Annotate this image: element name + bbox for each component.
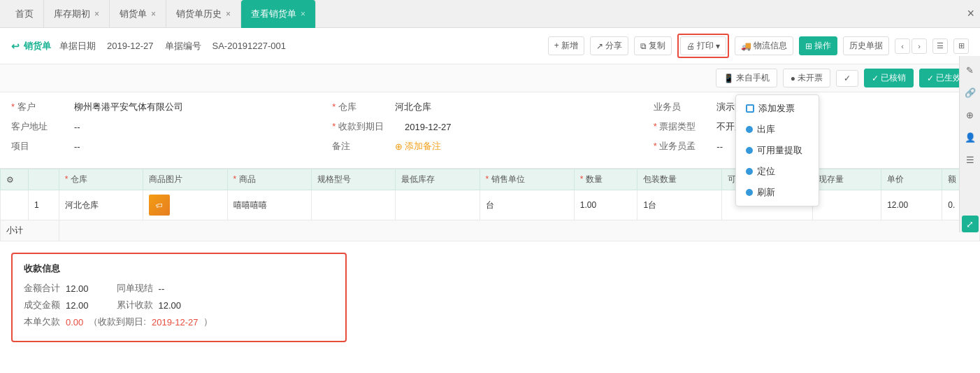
product-thumbnail: 🏷 [149, 195, 170, 216]
col-current-stock: 现存量 [813, 169, 881, 190]
row-warehouse: 河北仓库 [59, 190, 143, 220]
transaction-label: 成交金额 [24, 299, 60, 311]
address-group: 客户地址 -- [11, 120, 326, 133]
col-settings[interactable]: ⚙ [1, 169, 29, 190]
available-qty-icon [746, 147, 753, 154]
add-invoice-item[interactable]: 添加发票 [736, 98, 819, 119]
total-value: 12.00 [66, 283, 89, 294]
tab-sales-order[interactable]: 销货单 × [110, 0, 166, 28]
date-value: 2019-12-27 [107, 41, 154, 51]
staff-label: 业务员 [654, 101, 696, 113]
copy-label: 复制 [649, 40, 665, 52]
from-phone-icon: 📱 [723, 73, 734, 83]
not-opened-button[interactable]: ● 未开票 [783, 69, 830, 87]
note-group: 备注 ⊕ 添加备注 [332, 140, 647, 153]
print-button[interactable]: 🖨 打印 ▾ [680, 36, 726, 55]
row-unit-price: 12.00 [881, 190, 942, 220]
project-row: 项目 -- 备注 ⊕ 添加备注 业务员孟 -- [11, 140, 969, 153]
note-label: 备注 [332, 140, 374, 153]
new-button[interactable]: + 新增 [548, 36, 584, 55]
tab-view-sales[interactable]: 查看销货单 × [241, 0, 316, 28]
col-unit: 销售单位 [480, 169, 574, 190]
doc-icon-title: ↩ 销货单 [11, 40, 51, 52]
tab-sales-history[interactable]: 销货单历史 × [166, 0, 241, 28]
outbound-item[interactable]: 出库 [736, 119, 819, 140]
next-button[interactable]: › [911, 38, 927, 54]
row-image: 🏷 [143, 190, 227, 220]
expand-icon[interactable]: ⤢ [962, 216, 979, 232]
add-note-button[interactable]: ⊕ 添加备注 [395, 140, 441, 153]
print-label: 打印 [697, 40, 714, 52]
prev-button[interactable]: ‹ [895, 38, 910, 54]
same-order-item: 同单现结 -- [117, 282, 165, 295]
print-icon: 🖨 [686, 41, 695, 51]
tab-home[interactable]: 首页 [6, 0, 44, 28]
refresh-item[interactable]: 刷新 [736, 182, 819, 203]
operations-label: 操作 [814, 40, 831, 52]
grid-view-button[interactable]: ⊞ [953, 38, 969, 54]
history-label: 历史单据 [849, 40, 883, 52]
check-icon-button[interactable]: ✓ [836, 70, 858, 87]
date-label: 单据日期 [59, 40, 96, 52]
logistics-button[interactable]: 🚚 物流信息 [735, 36, 793, 55]
payment-row-3: 本单欠款 0.00 （收款到期日: 2019-12-27 ） [24, 316, 334, 328]
circle-plus-icon[interactable]: ⊕ [962, 106, 979, 123]
copy-button[interactable]: ⧉ 复制 [634, 36, 672, 55]
transaction-item: 成交金额 12.00 [24, 299, 89, 311]
tab-view-close[interactable]: × [301, 9, 305, 19]
logistics-icon: 🚚 [741, 41, 751, 51]
row-product: 嘻嘻嘻嘻 [227, 190, 311, 220]
location-label: 定位 [757, 165, 775, 178]
already-sold-button[interactable]: ✓ 已核销 [864, 69, 914, 87]
link-icon[interactable]: 🔗 [962, 84, 979, 101]
operations-dropdown: 添加发票 出库 可用量提取 定位 刷新 [735, 94, 819, 206]
row-num: 1 [29, 190, 59, 220]
customer-label: 客户 [11, 101, 53, 113]
refresh-icon [746, 189, 753, 196]
payment-box: 收款信息 金额合计 12.00 同单现结 -- 成交金额 12.00 [11, 253, 347, 342]
add-invoice-icon [746, 104, 754, 113]
window-close-button[interactable]: × [967, 6, 974, 21]
not-opened-icon: ● [791, 73, 795, 83]
available-qty-item[interactable]: 可用量提取 [736, 140, 819, 161]
from-phone-button[interactable]: 📱 来自手机 [716, 69, 777, 87]
tab-history-close[interactable]: × [226, 9, 231, 19]
share-label: 分享 [605, 40, 622, 52]
location-item[interactable]: 定位 [736, 161, 819, 182]
edit-icon[interactable]: ✎ [962, 62, 979, 78]
refresh-label: 刷新 [757, 186, 775, 199]
tab-sales-close[interactable]: × [151, 9, 156, 19]
share-icon: ↗ [596, 41, 603, 51]
tab-bar: 首页 库存期初 × 销货单 × 销货单历史 × 查看销货单 × × [0, 0, 980, 28]
number-value: SA-20191227-001 [212, 41, 287, 51]
location-icon [746, 168, 753, 175]
logistics-label: 物流信息 [754, 40, 787, 52]
row-quantity: 1.00 [574, 190, 637, 220]
plus-icon: ⊕ [395, 141, 403, 152]
same-order-label: 同单现结 [117, 282, 153, 295]
customer-value: 柳州粤港平安气体有限公司 [74, 101, 183, 113]
tab-inventory-close[interactable]: × [94, 9, 99, 19]
subtotal-values [59, 220, 979, 241]
history-button[interactable]: 历史单据 [843, 36, 889, 55]
add-invoice-label: 添加发票 [758, 102, 795, 115]
col-spec: 规格型号 [311, 169, 395, 190]
already-sold-label: 已核销 [881, 72, 906, 84]
form-section: 客户 柳州粤港平安气体有限公司 仓库 河北仓库 业务员 演示账号 客户地址 -- [0, 92, 980, 169]
check-effective-icon: ✓ [927, 73, 934, 83]
operations-button[interactable]: ⊞ 操作 [799, 36, 837, 55]
share-button[interactable]: ↗ 分享 [590, 36, 628, 55]
list-icon2[interactable]: ☰ [962, 151, 979, 168]
user-icon[interactable]: 👤 [962, 129, 979, 146]
col-row-num [29, 169, 59, 190]
list-view-button[interactable]: ☰ [932, 38, 948, 54]
doc-type-icon: ↩ [11, 41, 20, 52]
address-row: 客户地址 -- 收款到期日 2019-12-27 票据类型 不开票 [11, 120, 969, 133]
not-opened-label: 未开票 [798, 72, 823, 84]
tab-inventory-init[interactable]: 库存期初 × [44, 0, 110, 28]
payment-row-1: 金额合计 12.00 同单现结 -- [24, 282, 334, 295]
outbound-label: 出库 [757, 123, 775, 136]
table-row: 1 河北仓库 🏷 嘻嘻嘻嘻 台 1.00 1台 12.00 [1, 190, 980, 220]
cumulative-item: 累计收款 12.00 [117, 299, 182, 311]
balance-item: 本单欠款 0.00 （收款到期日: 2019-12-27 ） [24, 316, 212, 328]
